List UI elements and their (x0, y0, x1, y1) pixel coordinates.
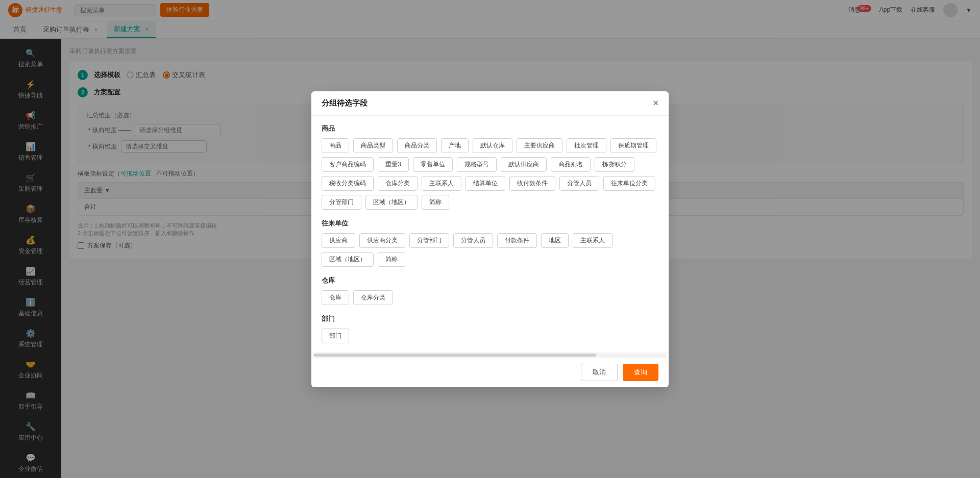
field-dept[interactable]: 部门 (322, 329, 349, 343)
section-partner: 往来单位 供应商 供应商分类 分管部门 分管人员 付款条件 地区 主联系人 区域… (322, 219, 658, 267)
section-warehouse-title: 仓库 (322, 276, 658, 285)
field-wh-cat[interactable]: 仓库分类 (353, 290, 393, 305)
field-default-supplier[interactable]: 默认供应商 (501, 157, 547, 172)
modal-hscroll-track (313, 354, 667, 357)
modal-body: 商品 商品 商品类型 商品分类 产地 默认仓库 主要供应商 批次管理 保质期管理… (311, 116, 669, 353)
field-tax-code[interactable]: 税收分类编码 (322, 176, 374, 191)
modal-field-select: 分组待选字段 × 商品 商品 商品类型 商品分类 产地 默认仓库 主要供应商 批… (311, 91, 669, 387)
dept-fields: 部门 (322, 329, 658, 343)
field-partner-supervisor[interactable]: 分管人员 (453, 233, 493, 248)
section-partner-title: 往来单位 (322, 219, 658, 228)
field-origin[interactable]: 产地 (441, 138, 469, 153)
field-abbr[interactable]: 简称 (422, 195, 449, 210)
field-supplier-cat[interactable]: 供应商分类 (359, 233, 405, 248)
field-warehouse-cat[interactable]: 仓库分类 (378, 176, 418, 191)
warehouse-fields: 仓库 仓库分类 (322, 290, 658, 305)
confirm-button[interactable]: 查询 (623, 364, 658, 381)
product-fields: 商品 商品类型 商品分类 产地 默认仓库 主要供应商 批次管理 保质期管理 客户… (322, 138, 658, 210)
cancel-button[interactable]: 取消 (581, 364, 618, 381)
field-settle-unit[interactable]: 结算单位 (465, 176, 505, 191)
field-payment-cond[interactable]: 付款条件 (497, 233, 537, 248)
field-product[interactable]: 商品 (322, 138, 349, 153)
modal-close-btn[interactable]: × (653, 98, 658, 108)
section-dept: 部门 部门 (322, 314, 658, 343)
field-supervisor[interactable]: 分管人员 (559, 176, 599, 191)
modal-hscroll-area[interactable] (311, 353, 669, 357)
field-partner-dept[interactable]: 分管部门 (409, 233, 449, 248)
field-dept-managed[interactable]: 分管部门 (322, 195, 361, 210)
field-pick-points[interactable]: 拣货积分 (595, 157, 634, 172)
field-batch-mgmt[interactable]: 批次管理 (567, 138, 606, 153)
field-product-category[interactable]: 商品分类 (397, 138, 437, 153)
field-payment-terms[interactable]: 收付款条件 (509, 176, 555, 191)
field-partner-abbr[interactable]: 简称 (378, 252, 405, 267)
field-weight3[interactable]: 重量3 (378, 157, 409, 172)
modal-hscroll-thumb (313, 354, 596, 357)
field-main-supplier[interactable]: 主要供应商 (517, 138, 562, 153)
section-dept-title: 部门 (322, 314, 658, 323)
field-retail-unit[interactable]: 零售单位 (413, 157, 453, 172)
section-product: 商品 商品 商品类型 商品分类 产地 默认仓库 主要供应商 批次管理 保质期管理… (322, 124, 658, 210)
field-product-type[interactable]: 商品类型 (353, 138, 393, 153)
field-default-warehouse[interactable]: 默认仓库 (473, 138, 512, 153)
partner-fields: 供应商 供应商分类 分管部门 分管人员 付款条件 地区 主联系人 区域（地区） … (322, 233, 658, 267)
field-partner-cat[interactable]: 往来单位分类 (603, 176, 655, 191)
field-customer-code[interactable]: 客户商品编码 (322, 157, 374, 172)
field-area[interactable]: 地区 (541, 233, 569, 248)
section-warehouse: 仓库 仓库 仓库分类 (322, 276, 658, 305)
modal-header: 分组待选字段 × (311, 91, 669, 116)
field-supplier[interactable]: 供应商 (322, 233, 355, 248)
modal-footer: 取消 查询 (311, 357, 669, 387)
field-region[interactable]: 区域（地区） (365, 195, 418, 210)
field-product-alias[interactable]: 商品别名 (551, 157, 591, 172)
modal-title: 分组待选字段 (322, 98, 368, 108)
field-wh[interactable]: 仓库 (322, 290, 349, 305)
modal-overlay: 分组待选字段 × 商品 商品 商品类型 商品分类 产地 默认仓库 主要供应商 批… (0, 0, 980, 478)
field-shelf-life[interactable]: 保质期管理 (610, 138, 656, 153)
field-spec-model[interactable]: 规格型号 (457, 157, 497, 172)
field-partner-contact[interactable]: 主联系人 (573, 233, 612, 248)
field-partner-region[interactable]: 区域（地区） (322, 252, 374, 267)
section-product-title: 商品 (322, 124, 658, 133)
field-main-contact[interactable]: 主联系人 (422, 176, 461, 191)
